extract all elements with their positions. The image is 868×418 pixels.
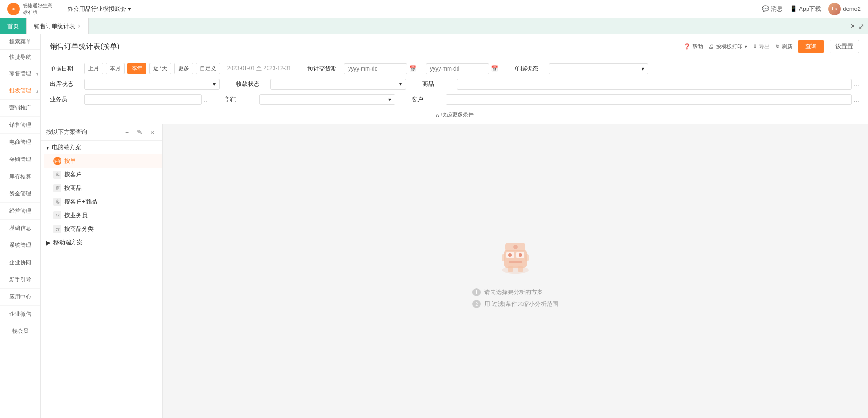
tab-sales-stat[interactable]: 销售订单统计表 × <box>27 18 89 34</box>
logo-icon <box>7 3 20 15</box>
user-menu[interactable]: Ea demo2 <box>828 3 861 15</box>
sidebar-item-system[interactable]: 系统管理 <box>0 237 40 254</box>
sidebar-item-enterprise[interactable]: 企业协同 <box>0 254 40 271</box>
help-button[interactable]: ❓ 帮助 <box>684 43 703 51</box>
logo-area: 畅捷通好生意 标准版 <box>7 2 52 15</box>
logo-divider <box>60 5 60 14</box>
svg-rect-9 <box>525 254 529 261</box>
settings-button[interactable]: 设置置 <box>830 40 859 53</box>
template-print-button[interactable]: 🖨 按模板打印 ▾ <box>708 43 747 51</box>
pay-status-label: 收款状态 <box>236 80 263 88</box>
sidebar-item-appcenter[interactable]: 应用中心 <box>0 289 40 306</box>
filter-row-3: 业务员 ... 部门 ▾ 客户 ... <box>50 94 859 105</box>
tip-num-2: 2 <box>472 300 481 308</box>
date-btn-custom[interactable]: 自定义 <box>196 63 220 74</box>
out-status-select[interactable]: ▾ <box>84 79 220 90</box>
tree-item-by-category[interactable]: 分 按商品分类 <box>44 222 162 236</box>
add-scheme-icon[interactable]: + <box>123 128 132 137</box>
sidebar-item-purchase[interactable]: 采购管理 <box>0 151 40 168</box>
message-button[interactable]: 💬 消息 <box>762 5 783 13</box>
empty-illustration <box>493 234 538 279</box>
goods-input-area: ... <box>457 79 859 90</box>
collapse-icon: ∧ <box>435 112 439 118</box>
collapse-panel-icon[interactable]: « <box>148 128 157 137</box>
workspace-selector[interactable]: 办公用品行业模拟账套 ▾ <box>67 5 131 13</box>
sidebar-search[interactable]: 搜索菜单 <box>0 34 40 50</box>
customer-input[interactable] <box>446 94 852 105</box>
print-icon: 🖨 <box>708 43 714 50</box>
sidebar-item-management[interactable]: 经营管理 <box>0 203 40 220</box>
empty-state: 1 请先选择要分析的方案 2 用[过滤]条件来缩小分析范围 <box>454 216 576 326</box>
left-panel-title: 按以下方案查询 <box>46 128 119 136</box>
refresh-button[interactable]: ↻ 刷新 <box>775 43 793 51</box>
avatar: Ea <box>828 3 841 15</box>
tree-item-by-sales[interactable]: 业 按业务员 <box>44 209 162 222</box>
sidebar-item-guide[interactable]: 新手引导 <box>0 271 40 289</box>
by-customer-icon: 客 <box>53 171 61 179</box>
tip-num-1: 1 <box>472 288 481 296</box>
tree-parent-pc[interactable]: ▾ 电脑端方案 <box>41 141 162 154</box>
empty-tip-1: 1 请先选择要分析的方案 <box>472 288 558 296</box>
sidebar-item-marketing[interactable]: 营销推广 <box>0 100 40 117</box>
dept-arrow-icon: ▾ <box>388 96 391 103</box>
filter-row-2: 出库状态 ▾ 收款状态 ▾ 商品 ... <box>50 79 859 90</box>
tab-expand-icon[interactable]: ⤢ <box>859 22 864 31</box>
collapse-button[interactable]: ∧ 收起更多条件 <box>433 108 476 121</box>
sidebar-item-member[interactable]: 畅会员 <box>0 323 40 340</box>
sales-input[interactable] <box>84 94 202 105</box>
goods-more-icon[interactable]: ... <box>854 81 859 88</box>
edit-scheme-icon[interactable]: ✎ <box>135 128 144 137</box>
tab-minimize-icon[interactable]: × <box>851 22 855 30</box>
by-goods-icon: 商 <box>53 184 61 192</box>
date-btn-last-month[interactable]: 上月 <box>84 63 103 74</box>
sales-more-icon[interactable]: ... <box>203 96 209 103</box>
sidebar-item-retail[interactable]: 零售管理 ▾ <box>0 65 40 82</box>
tree-item-by-customer[interactable]: 客 按客户 <box>44 168 162 181</box>
split-layout: 按以下方案查询 + ✎ « ▾ 电脑端方案 按单 按单 <box>41 124 868 418</box>
tree-item-by-customer-goods[interactable]: 客 按客户+商品 <box>44 195 162 209</box>
by-category-icon: 分 <box>53 225 61 233</box>
expected-date-end[interactable] <box>426 63 489 74</box>
date-btn-this-year[interactable]: 本年 <box>127 63 146 74</box>
status-arrow-icon: ▾ <box>642 66 644 72</box>
sidebar-item-ecommerce[interactable]: 电商管理 <box>0 134 40 151</box>
customer-more-icon[interactable]: ... <box>854 96 859 103</box>
status-select[interactable]: ▾ <box>549 63 648 74</box>
tree-item-by-order[interactable]: 按单 按单 <box>44 154 162 168</box>
tree-item-by-goods[interactable]: 商 按商品 <box>44 181 162 195</box>
date-separator: — <box>418 65 424 72</box>
expected-date-start[interactable] <box>344 63 407 74</box>
dept-select[interactable]: ▾ <box>259 94 395 105</box>
sidebar-item-wechat[interactable]: 企业微信 <box>0 306 40 323</box>
sidebar-item-wholesale[interactable]: 批发管理 ▴ <box>0 82 40 100</box>
logo-text: 畅捷通好生意 标准版 <box>23 2 52 15</box>
workspace-arrow-icon: ▾ <box>128 5 131 12</box>
export-button[interactable]: ⬇ 导出 <box>753 43 770 51</box>
by-sales-icon: 业 <box>53 211 61 219</box>
tree-parent-mobile[interactable]: ▶ 移动端方案 <box>41 236 162 249</box>
sidebar-item-sales[interactable]: 销售管理 <box>0 117 40 134</box>
tab-home[interactable]: 首页 <box>0 18 27 34</box>
sidebar-item-basic[interactable]: 基础信息 <box>0 220 40 237</box>
date-btn-7days[interactable]: 近7天 <box>149 63 171 74</box>
app-download-button[interactable]: 📱 App下载 <box>790 5 821 13</box>
page-header: 销售订单统计表(按单) ❓ 帮助 🖨 按模板打印 ▾ ⬇ 导出 ↻ 刷新 <box>41 34 868 57</box>
pay-status-select[interactable]: ▾ <box>270 79 406 90</box>
top-bar: 畅捷通好生意 标准版 办公用品行业模拟账套 ▾ 💬 消息 📱 App下载 Ea … <box>0 0 868 18</box>
sales-input-area: ... <box>84 94 209 105</box>
customer-label: 客户 <box>411 95 439 104</box>
query-button[interactable]: 查询 <box>798 40 824 53</box>
goods-input[interactable] <box>457 79 852 90</box>
dept-label: 部门 <box>225 95 252 104</box>
sidebar-item-finance[interactable]: 资金管理 <box>0 185 40 203</box>
sidebar-quick[interactable]: 快捷导航 <box>0 50 40 65</box>
customer-input-area: ... <box>446 94 859 105</box>
sidebar-item-inventory[interactable]: 库存核算 <box>0 168 40 185</box>
tab-close-icon[interactable]: × <box>78 23 81 29</box>
date-btn-more[interactable]: 更多 <box>174 63 193 74</box>
svg-point-6 <box>519 253 522 257</box>
svg-rect-11 <box>518 266 523 272</box>
tree-sub-pc: 按单 按单 客 按客户 商 按商品 <box>41 154 162 236</box>
date-btn-this-month[interactable]: 本月 <box>106 63 125 74</box>
by-customer-goods-icon: 客 <box>53 198 61 206</box>
